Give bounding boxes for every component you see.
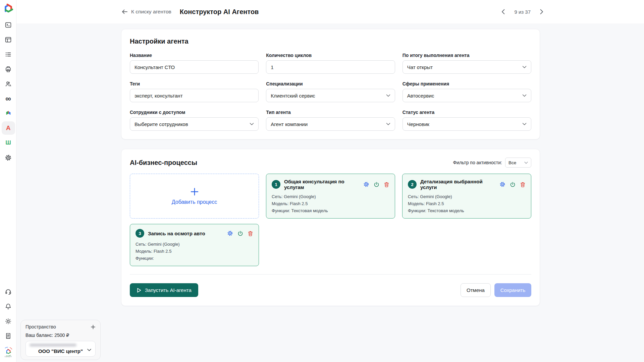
agent-settings-card: Настройки агента НазваниеКоличество цикл… xyxy=(121,29,540,139)
agents-item-active[interactable]: A xyxy=(0,121,16,135)
app-root: ∞ A Ш xyxy=(0,0,644,362)
agent-name-input-field: Название xyxy=(130,53,259,74)
tags-input-field: Теги xyxy=(130,81,259,102)
chevron-down-icon xyxy=(522,66,527,68)
process-title: Детализация выбранной услуги xyxy=(420,179,496,190)
app-logo-icon[interactable] xyxy=(0,3,16,14)
agents-a-icon: A xyxy=(6,124,11,132)
workspace-title: Пространство xyxy=(25,324,56,329)
process-title: Запись на осмотр авто xyxy=(148,231,205,236)
process-functions: Функции: xyxy=(136,255,253,261)
field-label: Сферы применения xyxy=(402,81,531,86)
spheres-select[interactable]: Автосервис xyxy=(402,89,531,102)
run-agent-label: Запустить AI-агента xyxy=(145,287,192,293)
process-power-icon[interactable] xyxy=(510,182,516,187)
prev-page-icon[interactable] xyxy=(501,9,505,14)
select-value: Выберите сотрудников xyxy=(135,121,188,127)
actions-row: Запустить AI-агента Отмена Сохранить xyxy=(130,283,531,297)
agent-name-input[interactable] xyxy=(130,60,259,74)
theme-sun-icon[interactable] xyxy=(0,314,16,328)
workflows-sha-icon[interactable]: Ш xyxy=(0,135,16,150)
processes-title: AI-бизнес-процессы xyxy=(130,159,197,167)
field-label: Название xyxy=(130,53,259,58)
chevron-down-icon xyxy=(524,162,528,164)
select-value: Автосервис xyxy=(407,93,434,99)
process-number-badge: 2 xyxy=(408,180,417,189)
chevron-down-icon xyxy=(87,347,91,353)
field-label: По итогу выполнения агента xyxy=(402,53,531,58)
field-label: Теги xyxy=(130,81,259,86)
workspace-panel: Пространство Ваш баланс: 2500 ₽ ООО "ВИС… xyxy=(20,320,101,360)
field-label: Статус агента xyxy=(402,110,531,115)
divider xyxy=(130,274,531,275)
select-value: Чат открыт xyxy=(407,64,433,70)
save-button[interactable]: Сохранить xyxy=(494,283,531,297)
plus-icon xyxy=(190,187,199,196)
process-grid: Добавить процесс 1Общая консультация по … xyxy=(130,174,531,266)
chevron-down-icon xyxy=(522,123,527,125)
field-label: Специализации xyxy=(266,81,395,86)
chevron-down-icon xyxy=(522,94,527,97)
process-power-icon[interactable] xyxy=(374,182,379,187)
process-model: Модель: Flash 2.5 xyxy=(136,248,253,254)
activity-filter-label: Фильтр по активности: xyxy=(453,160,502,165)
vis-gpt-logo-icon[interactable]: VIS GPT xyxy=(0,343,16,361)
process-settings-gear-icon[interactable] xyxy=(499,181,505,187)
knowledge-stack-icon[interactable] xyxy=(0,106,16,121)
result-select-field: По итогу выполнения агентаЧат открыт xyxy=(402,53,531,74)
play-icon xyxy=(137,288,142,293)
users-icon[interactable] xyxy=(0,76,16,91)
employees-select[interactable]: Выберите сотрудников xyxy=(130,117,259,131)
page-indicator: 9 из 37 xyxy=(514,9,531,15)
list-icon[interactable] xyxy=(0,47,16,62)
add-process-label: Добавить процесс xyxy=(172,199,217,205)
process-number-badge: 1 xyxy=(272,180,280,189)
arrow-left-icon xyxy=(121,9,128,14)
agent-status-select[interactable]: Черновик xyxy=(402,117,531,131)
process-network: Сеть: Gemini (Google) xyxy=(136,241,253,247)
result-select[interactable]: Чат открыт xyxy=(402,60,531,74)
process-card: 2Детализация выбранной услугиСеть: Gemin… xyxy=(402,174,531,219)
process-card: 3Запись на осмотр автоСеть: Gemini (Goog… xyxy=(130,224,259,266)
process-settings-gear-icon[interactable] xyxy=(227,230,233,236)
process-delete-trash-icon[interactable] xyxy=(520,182,526,187)
integrations-infinity-icon[interactable]: ∞ xyxy=(0,91,16,106)
agent-type-select[interactable]: Агент компании xyxy=(266,117,395,131)
kanban-board-icon[interactable] xyxy=(0,32,16,47)
add-process-button[interactable]: Добавить процесс xyxy=(130,174,259,219)
process-power-icon[interactable] xyxy=(237,231,243,236)
back-to-agents-link[interactable]: К списку агентов xyxy=(121,9,171,15)
main-area: К списку агентов Конструктор AI Агентов … xyxy=(16,0,644,362)
add-workspace-icon[interactable] xyxy=(91,324,96,329)
process-delete-trash-icon[interactable] xyxy=(248,231,253,236)
field-label: Сотрудники с доступом xyxy=(130,110,259,115)
cancel-button[interactable]: Отмена xyxy=(461,283,491,297)
billing-receipt-icon[interactable] xyxy=(0,328,16,343)
chevron-down-icon xyxy=(250,123,254,125)
printer-icon[interactable] xyxy=(0,62,16,76)
top-header: К списку агентов Конструктор AI Агентов … xyxy=(16,0,644,23)
process-number-badge: 3 xyxy=(136,229,144,238)
select-value: Черновик xyxy=(407,121,429,127)
notifications-bell-icon[interactable] xyxy=(0,299,16,314)
tags-input[interactable] xyxy=(130,89,259,102)
support-headset-icon[interactable] xyxy=(0,284,16,299)
chevron-down-icon xyxy=(386,123,390,125)
vis-gpt-caption: VIS GPT xyxy=(5,356,12,358)
company-select[interactable]: ООО "ВИС центр" xyxy=(25,341,96,357)
specialization-select[interactable]: Клиентский сервис xyxy=(266,89,395,102)
terminal-icon[interactable] xyxy=(0,17,16,32)
field-label: Количество циклов xyxy=(266,53,395,58)
activity-filter-select[interactable]: Все xyxy=(505,158,531,168)
settings-gear-icon[interactable] xyxy=(0,150,16,165)
process-card: 1Общая консультация по услугамСеть: Gemi… xyxy=(266,174,395,219)
process-functions: Функции: Текстовая модель xyxy=(408,208,526,214)
next-page-icon[interactable] xyxy=(540,9,543,14)
sidebar: ∞ A Ш xyxy=(0,0,16,362)
process-settings-gear-icon[interactable] xyxy=(363,181,369,187)
process-delete-trash-icon[interactable] xyxy=(384,182,389,187)
cycles-input[interactable] xyxy=(266,60,395,74)
agent-settings-title: Настройки агента xyxy=(130,38,531,45)
run-agent-button[interactable]: Запустить AI-агента xyxy=(130,283,198,297)
select-value: Агент компании xyxy=(271,121,308,127)
